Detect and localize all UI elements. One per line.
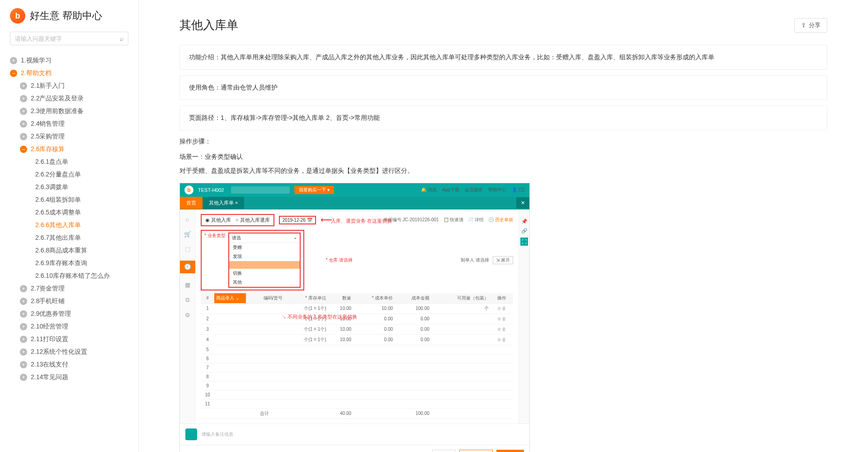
nav-partial-stocktake[interactable]: 2.6.2分量盘点单 <box>10 168 128 181</box>
expand-icon[interactable]: + <box>20 298 27 305</box>
nav-cost-recalc[interactable]: 2.6.8商品成本重算 <box>10 244 128 257</box>
shot-radio-group: ◉ 其他入库 ○ 其他入库退库 <box>201 214 274 226</box>
role-text: 通常由仓管人员维护 <box>221 84 278 91</box>
content: 其他入库单 ⇪分享 功能介绍：其他入库单用来处理除采购入库、产成品入库之外的其他… <box>139 0 868 452</box>
expand-icon[interactable]: + <box>20 323 27 330</box>
nav-system-settings[interactable]: +2.12系统个性化设置 <box>10 346 128 358</box>
th-spec: * 库存单位 <box>284 293 328 304</box>
gear-icon: ⚙ <box>185 312 190 319</box>
shot-tab-home: 首页 <box>180 197 203 209</box>
expand-icon[interactable]: + <box>20 133 27 140</box>
nav-other-outbound[interactable]: 2.6.7其他出库单 <box>10 232 128 244</box>
nav-other-inbound[interactable]: 2.6.6其他入库单 <box>10 219 128 232</box>
th-seq: # <box>201 293 214 304</box>
nav-purchase-mgmt[interactable]: +2.5采购管理 <box>10 130 128 143</box>
collapse-icon[interactable]: – <box>20 146 27 153</box>
nav-print[interactable]: +2.11打印设置 <box>10 333 128 346</box>
nav-coupon[interactable]: +2.9优惠券管理 <box>10 308 128 320</box>
shot-save-button: 保存 ▾ <box>496 450 524 452</box>
nav-business-mgmt[interactable]: +2.10经营管理 <box>10 320 128 333</box>
th-price: * 成本单价 <box>353 293 395 304</box>
nav-ledger-error[interactable]: 2.6.10库存账本错了怎么办 <box>10 270 128 282</box>
expand-icon[interactable]: + <box>20 95 27 102</box>
table-row: 4 个(1 = 1个)10.000.000.00⊕ 🗑 <box>201 334 513 345</box>
page-title: 其他入库单 <box>179 17 238 33</box>
shot-option-selected <box>229 261 300 269</box>
search-box[interactable]: ⌕ <box>10 32 128 45</box>
table-sum-row: 合计40.00100.00 <box>201 408 513 419</box>
nav-faq[interactable]: +2.14常见问题 <box>10 371 128 384</box>
search-icon[interactable]: ⌕ <box>120 35 123 42</box>
brand-name: 好生意 帮助中心 <box>30 9 102 23</box>
role-box: 使用角色：通常由仓管人员维护 <box>179 75 827 100</box>
shot-maker-label: 制单人 请选择 <box>461 257 489 263</box>
expand-icon[interactable]: + <box>10 57 17 64</box>
nav-assembly[interactable]: 2.6.4组装拆卸单 <box>10 194 128 206</box>
shot-hint-1: 入库、退货业务 在这里切换 <box>331 218 392 224</box>
th-op: 操作 <box>491 293 513 304</box>
table-row: 10 <box>201 390 513 399</box>
nav-data-prep[interactable]: +2.3使用前数据准备 <box>10 105 128 118</box>
shot-history-link: 🕘 历史单据 <box>488 217 513 223</box>
expand-icon[interactable]: + <box>20 348 27 356</box>
shot-discard-button: 放弃 <box>432 450 456 452</box>
collapse-icon[interactable]: – <box>10 70 17 77</box>
shot-remark-placeholder: 请输入备注信息 <box>202 431 233 438</box>
nav-sales-mgmt[interactable]: +2.4销售管理 <box>10 118 128 130</box>
th-amount: 成本金额 <box>395 293 431 304</box>
home-icon: ⌂ <box>186 216 189 223</box>
shot-option-other: 其他 <box>229 278 300 287</box>
share-button[interactable]: ⇪分享 <box>794 18 827 33</box>
expand-icon[interactable]: + <box>20 82 27 90</box>
nav-stocktake[interactable]: 2.6.1盘点单 <box>10 156 128 168</box>
brand: b 好生意 帮助中心 <box>10 8 128 24</box>
shot-right-tools: 📌 🔗 ⛶ <box>519 209 529 423</box>
nav-online-payment[interactable]: +2.13在线支付 <box>10 358 128 371</box>
shot-avatar-icon: 👤 CC <box>512 187 525 192</box>
expand-icon[interactable]: + <box>20 374 27 381</box>
chart-icon: ⧉ <box>185 296 189 304</box>
cart-icon: 🛒 <box>184 231 191 238</box>
table-row: 6 <box>201 354 513 363</box>
table-row: 5 <box>201 345 513 354</box>
shot-remark-row: 请输入备注信息 <box>180 423 529 445</box>
nav-help-doc[interactable]: –2.帮助文档 <box>10 67 128 80</box>
expand-icon[interactable]: + <box>20 108 27 115</box>
remark-icon <box>185 428 197 440</box>
nav-inventory[interactable]: –2.6库存核算 <box>10 143 128 156</box>
expand-icon[interactable]: + <box>20 285 27 292</box>
nav-install-login[interactable]: +2.2产品安装及登录 <box>10 92 128 105</box>
th-qty: 数量 <box>328 293 354 304</box>
brand-logo-icon: b <box>10 8 25 24</box>
table-row: 9 <box>201 381 513 390</box>
expand-icon[interactable]: + <box>20 336 27 343</box>
shot-tab-close-icon: ✕ <box>516 197 529 209</box>
shot-warehouse-label: * 仓库 请选择 <box>326 257 353 263</box>
nav-stock-ledger[interactable]: 2.6.9库存账本查询 <box>10 257 128 270</box>
shot-expand-button: ⇲ 展开 <box>493 256 513 264</box>
grid-icon: ▦ <box>185 281 190 288</box>
shot-biztype-dropdown: 请选⌄ 受赠 发现 切换 其他 <box>228 233 301 288</box>
nav-getting-started[interactable]: +2.1新手入门 <box>10 80 128 92</box>
nav-mobile-shop[interactable]: +2.8手机旺铺 <box>10 295 128 308</box>
search-input[interactable] <box>15 35 120 42</box>
intro-label: 功能介绍： <box>189 53 221 61</box>
shot-orange-button: 我要购买一下 ▾ <box>294 186 334 194</box>
nav-tree: +1.视频学习 –2.帮助文档 +2.1新手入门 +2.2产品安装及登录 +2.… <box>10 54 128 384</box>
shot-member-icon: 会员服务 <box>465 187 483 193</box>
table-row: 1 个(1 = 1个)10.0010.00100.00个⊕ 🗑 <box>201 303 513 314</box>
expand-icon[interactable]: + <box>20 310 27 318</box>
expand-icon[interactable]: + <box>20 120 27 128</box>
nav-video-learning[interactable]: +1.视频学习 <box>10 54 128 67</box>
nav-transfer[interactable]: 2.6.3调拨单 <box>10 181 128 194</box>
shot-footer-buttons: 放弃 保存草稿 保存 ▾ <box>180 445 529 452</box>
intro-text: 其他入库单用来处理除采购入库、产成品入库之外的其他入库业务，因此其他入库单可处理… <box>221 53 714 61</box>
shot-date-field: 2019-12-26 📅 <box>279 216 316 224</box>
table-row: 8 <box>201 372 513 381</box>
nav-finance[interactable]: +2.7资金管理 <box>10 282 128 295</box>
shot-option-gift: 受赠 <box>229 243 300 252</box>
th-avail: 可用量（包装） <box>431 293 491 304</box>
nav-cost-adjust[interactable]: 2.6.5成本调整单 <box>10 206 128 219</box>
sidebar: b 好生意 帮助中心 ⌕ +1.视频学习 –2.帮助文档 +2.1新手入门 +2… <box>0 0 139 452</box>
expand-icon[interactable]: + <box>20 361 27 368</box>
